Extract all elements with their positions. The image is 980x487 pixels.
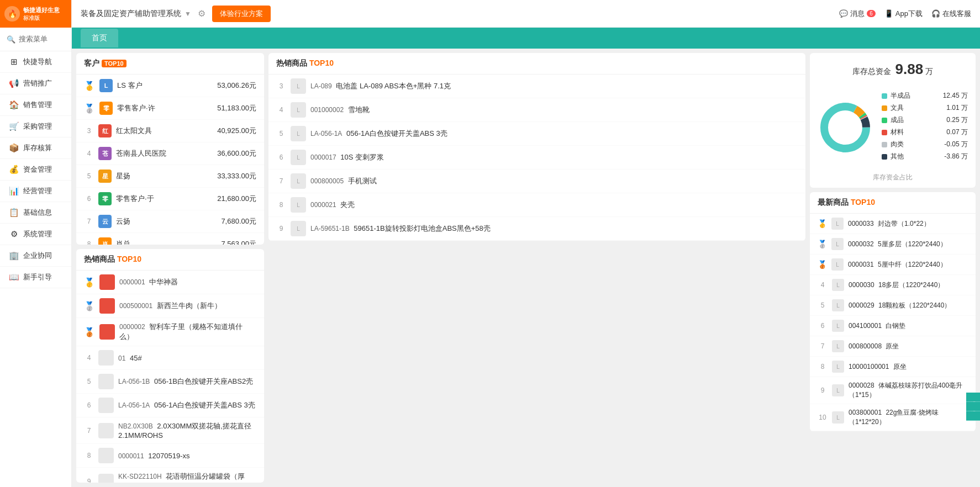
product-code: LA-056-1A: [310, 130, 342, 137]
customer-list-item: 8 肖 肖总 7,563.00元: [76, 233, 264, 245]
hot-products-mid-card: 热销商品 TOP10 🥇 0000001 中华神器 🥈 000500001 新西…: [76, 249, 264, 483]
nav-icon-guide: 📖: [9, 272, 19, 282]
hot-product-right-item: 6 L 0000017 10S 变刺罗浆: [268, 146, 805, 170]
sidebar-item-guide[interactable]: 📖新手引导: [0, 267, 71, 288]
float-button-direct-service[interactable]: 直播: [966, 411, 980, 421]
app-download-button[interactable]: 📱 App下载: [884, 9, 923, 19]
sidebar-item-system[interactable]: ⚙系统管理: [0, 224, 71, 245]
customer-amount: 53,006.26元: [217, 81, 256, 91]
product-name: 10S 变刺罗浆: [340, 153, 384, 161]
rank-number: 6: [84, 401, 94, 409]
sidebar-item-operations[interactable]: 📊经营管理: [0, 181, 71, 202]
legend-item: 半成品 12.45 万: [882, 91, 968, 100]
product-name: 夹壳: [340, 200, 355, 209]
search-menu-button[interactable]: 🔍 搜索菜单: [4, 32, 67, 46]
online-service-button[interactable]: 🎧 在线客服: [931, 9, 971, 19]
product-thumbnail: [98, 374, 114, 389]
hot-product-item: 5 LA-056-1B 056-1B白色按键开关座ABS2壳: [76, 370, 264, 394]
rank-number: 7: [84, 218, 94, 225]
app-logo: 🔥 畅捷通好生意 标准版: [0, 0, 71, 28]
message-button[interactable]: 💬 消息 6: [839, 9, 876, 19]
hot-product-right-item: 4 L 001000002 雪地靴: [268, 98, 805, 122]
sidebar-item-enterprise[interactable]: 🏢企业协同: [0, 245, 71, 267]
hot-product-right-item: 9 L LA-59651-1B 59651-1B旋转投影灯电池盒ABS黑色+58…: [268, 217, 805, 241]
sidebar-item-marketing[interactable]: 📢营销推广: [0, 73, 71, 94]
legend-color-dot: [882, 118, 887, 123]
sidebar-item-finance[interactable]: 💰资金管理: [0, 159, 71, 181]
hot-products-mid-header: 热销商品 TOP10: [76, 249, 264, 271]
customer-list-item: 7 云 云扬 7,680.00元: [76, 210, 264, 233]
product-info: 0000011 12070519-xs: [118, 452, 256, 460]
customer-amount: 36,600.00元: [217, 149, 256, 158]
product-name: 电池盖 LA-089 ABS本色+黑种 7.1克: [336, 82, 451, 90]
rank-number: 5: [818, 301, 828, 309]
new-product-item: 🥈 L 0000032 5厘多层（1220*2440）: [810, 234, 976, 255]
trial-button[interactable]: 体验行业方案: [212, 6, 271, 22]
left-panel: 客户TOP10 🥇 L LS 客户 53,006.26元 🥈 零 零售客户·许 …: [76, 53, 264, 483]
hot-products-right-card: 热销商品 TOP10 3 L LA-089 电池盖 LA-089 ABS本色+黑…: [268, 53, 805, 241]
customer-amount: 51,183.00元: [217, 103, 256, 113]
sidebar-item-quick-nav[interactable]: ⊞快捷导航: [0, 51, 71, 73]
customer-avatar: 肖: [98, 237, 112, 245]
middle-panel: 热销商品 TOP10 3 L LA-089 电池盖 LA-089 ABS本色+黑…: [268, 53, 805, 483]
new-product-item: 10 L 003800001 22g鱼豆腐·烧烤味（1*12*20）: [810, 404, 976, 431]
sidebar: 🔥 畅捷通好生意 标准版 🔍 搜索菜单 ⊞快捷导航📢营销推广🏠销售管理🛒采购管理…: [0, 0, 72, 487]
new-product-item: 6 L 004100001 白钢垫: [810, 316, 976, 336]
product-code: 0000017: [310, 153, 336, 161]
tab-home[interactable]: 首页: [81, 29, 118, 47]
customer-amount: 21,680.00元: [217, 194, 256, 204]
new-product-code: 0000030: [849, 281, 874, 289]
customer-list: 🥇 L LS 客户 53,006.26元 🥈 零 零售客户·许 51,183.0…: [76, 75, 264, 245]
new-product-code: 10000100001: [849, 363, 889, 370]
customer-avatar: L: [99, 79, 113, 92]
new-product-info: 0000033 封边带（1.0*22）: [848, 219, 968, 229]
product-name: 中华神器: [149, 278, 178, 286]
settings-icon[interactable]: ⚙: [198, 8, 206, 19]
rank-medal-icon: 🥈: [84, 301, 95, 311]
legend-name: 材料: [891, 128, 943, 137]
customer-name: 肖总: [116, 239, 217, 245]
hot-product-item: 🥇 0000001 中华神器: [76, 271, 264, 294]
rank-number: 5: [84, 378, 94, 385]
legend-color-dot: [882, 142, 887, 147]
float-buttons: 客服热线服务社区直播: [966, 393, 980, 421]
product-code: 0000011: [118, 452, 144, 460]
new-products-card: 最新商品 TOP10 🥇 L 0000033 封边带（1.0*22） 🥈 L 0…: [810, 192, 976, 431]
customer-name: 云扬: [116, 216, 217, 226]
product-thumbnail: [99, 274, 115, 290]
product-code: 01: [118, 354, 125, 362]
rank-medal-icon: 🥇: [818, 219, 827, 228]
nav-icon-system: ⚙: [9, 229, 19, 239]
customer-avatar: 红: [98, 124, 112, 137]
rank-medal-icon: 🥇: [84, 81, 95, 91]
right-panel: 库存总资金 9.88 万: [810, 53, 976, 483]
new-product-code: 003800001: [849, 409, 882, 416]
new-product-info: 0000028 体碱荔枝味苏打饮品400毫升（1*15）: [849, 381, 968, 400]
legend-name: 半成品: [891, 91, 940, 100]
float-button-service-hotline[interactable]: 客服热线: [966, 393, 980, 402]
hot-product-item: 4 01 45#: [76, 346, 264, 370]
customer-amount: 7,563.00元: [221, 239, 256, 245]
message-icon: 💬: [839, 9, 848, 18]
product-code: 000500001: [119, 302, 152, 310]
new-product-thumbnail: L: [831, 218, 844, 230]
hot-product-right-item: 7 L 000800005 手机测试: [268, 170, 805, 193]
hot-product-item: 🥈 000500001 新西兰牛肉（新牛）: [76, 294, 264, 318]
sidebar-item-basic-info[interactable]: 📋基础信息: [0, 202, 71, 224]
float-button-service-community[interactable]: 服务社区: [966, 402, 980, 411]
product-info: LA-089 电池盖 LA-089 ABS本色+黑种 7.1克: [310, 81, 798, 91]
product-code: 0000001: [119, 278, 145, 286]
product-info: KK-SD22110H 花语萌恒温分罐罐袋（厚款）: [118, 472, 256, 483]
legend-value: -3.86 万: [944, 152, 968, 161]
new-product-info: 000800008 原坐: [849, 342, 968, 351]
sidebar-item-purchase[interactable]: 🛒采购管理: [0, 116, 71, 137]
sidebar-item-inventory[interactable]: 📦库存核算: [0, 137, 71, 159]
customer-list-item: 5 星 星扬 33,333.00元: [76, 165, 264, 188]
new-product-name: 18颗粒板（1220*2440）: [878, 301, 951, 309]
hot-product-right-item: 5 L LA-056-1A 056-1A白色按键开关盖ABS 3壳: [268, 122, 805, 146]
legend-color-dot: [882, 154, 887, 160]
rank-number: 6: [84, 195, 94, 203]
sidebar-item-sales[interactable]: 🏠销售管理: [0, 94, 71, 116]
new-product-thumbnail: L: [832, 361, 844, 373]
new-product-item: 🥇 L 0000033 封边带（1.0*22）: [810, 214, 976, 234]
